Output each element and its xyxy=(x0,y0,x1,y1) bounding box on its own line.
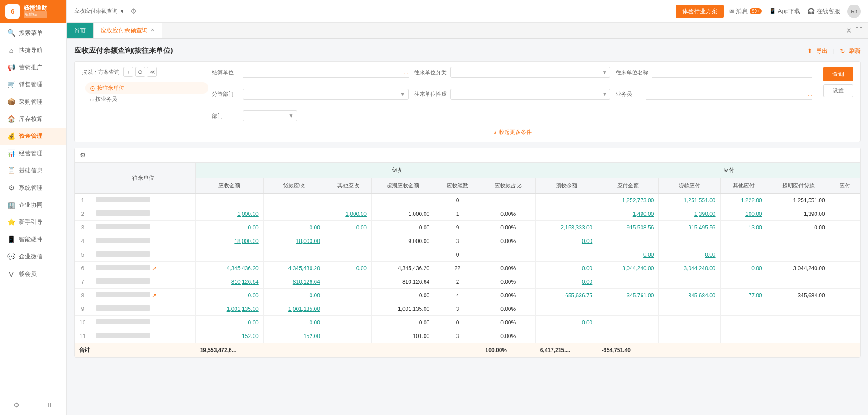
department-arrow[interactable]: ▼ xyxy=(288,113,294,119)
sidebar-item-enterprise[interactable]: 🏢企业协同 xyxy=(0,196,66,214)
row-ap-amount: 1,252,773.00 xyxy=(597,194,659,207)
row-ar-ratio: 0.00% xyxy=(481,207,536,221)
sidebar-item-operations[interactable]: 📊经营管理 xyxy=(0,145,66,162)
row-other-ap xyxy=(720,248,767,262)
collapse-btn[interactable]: ∧ 收起更多条件 xyxy=(212,129,812,136)
row-other-ap: 100.00 xyxy=(720,207,767,221)
sidebar-item-wechat[interactable]: 💬企业微信 xyxy=(0,248,66,265)
sidebar-label-system: 系统管理 xyxy=(19,184,42,192)
row-loan-ap: 345,684.00 xyxy=(659,289,720,302)
row-ap-amount: 915,508.56 xyxy=(597,221,659,234)
sidebar-item-search[interactable]: 🔍搜索菜单 xyxy=(0,24,66,42)
sidebar-settings-btn[interactable]: ⚙ xyxy=(11,399,22,411)
row-loan-ar: 0.00 xyxy=(263,289,325,302)
sidebar-collapse-btn[interactable]: ⏸ xyxy=(44,399,56,411)
table-row: 9 1,001,135.00 1,001,135.00 1,001,135.00… xyxy=(75,302,860,316)
sidebar-item-smart[interactable]: 📱智能硬件 xyxy=(0,231,66,248)
query-button[interactable]: 查询 xyxy=(823,67,853,81)
th-ap-amount: 应付金额 xyxy=(597,178,659,194)
tab-close-window-btn[interactable]: ✕ xyxy=(846,26,852,35)
counterpart-name-input[interactable] xyxy=(652,67,812,78)
row-idx: 7 xyxy=(75,275,91,289)
row-loan-ap: 3,044,240.00 xyxy=(659,262,720,275)
th-overdue-ap: 超期应付贷款 xyxy=(767,178,830,194)
promo-button[interactable]: 体验行业方案 xyxy=(676,5,724,18)
method-by-unit[interactable]: ⊙ 按往来单位 xyxy=(85,82,208,94)
topbar-settings-icon[interactable]: ⚙ xyxy=(130,7,137,15)
tab-arbalance[interactable]: 应收应付余额查询 ✕ xyxy=(94,23,162,38)
sidebar-item-sales[interactable]: 🛒销售管理 xyxy=(0,76,66,93)
edit-method-btn[interactable]: ⊙ xyxy=(135,67,145,77)
collapse-method-btn[interactable]: ≪ xyxy=(147,67,157,77)
row-ap-amount xyxy=(597,302,659,316)
tab-home[interactable]: 首页 xyxy=(67,23,94,38)
sidebar-label-purchase: 采购管理 xyxy=(19,98,42,106)
counterpart-nature-arrow[interactable]: ▼ xyxy=(602,91,607,97)
row-loan-ar: 0.00 xyxy=(263,221,325,234)
tab-close-btn[interactable]: ✕ xyxy=(151,27,155,33)
user-label: Rit xyxy=(851,9,857,14)
settlement-unit-input[interactable] xyxy=(243,67,404,77)
tab-maximize-btn[interactable]: ⛶ xyxy=(855,27,863,35)
sidebar-item-basic[interactable]: 📋基础信息 xyxy=(0,162,66,179)
sidebar-item-member[interactable]: V畅会员 xyxy=(0,265,66,282)
sidebar-bottom: ⚙ ⏸ xyxy=(0,395,66,415)
add-method-btn[interactable]: ＋ xyxy=(123,67,133,77)
export-label[interactable]: 导出 xyxy=(816,47,828,55)
counterpart-category-arrow[interactable]: ▼ xyxy=(602,69,607,76)
sidebar-icon-search: 🔍 xyxy=(7,29,15,37)
row-loan-ar xyxy=(263,207,325,221)
row-other-ar xyxy=(325,302,371,316)
search-method-bar: 按以下方案查询 ＋ ⊙ ≪ xyxy=(82,67,208,77)
method-by-salesperson[interactable]: ○ 按业务员 xyxy=(85,94,208,105)
table-footer-row: 合计 19,553,472,6... 100.00% 6,417,215....… xyxy=(75,343,860,358)
breadcrumb-text: 应收应付余额查询 xyxy=(74,7,118,15)
page-header: 应收应付余额查询(按往来单位) ⬆ 导出 | ↻ 刷新 xyxy=(74,46,861,56)
table-container: 往来单位 应收 应付 应收金额 贷款应收 其他应收 超期应收金额 应收笔数 应收… xyxy=(75,163,860,357)
online-service-action[interactable]: 🎧 在线客服 xyxy=(807,7,840,15)
logo-text: 畅捷通财 xyxy=(24,5,47,12)
row-ar-amount xyxy=(196,248,264,262)
sidebar-item-purchase[interactable]: 📦采购管理 xyxy=(0,93,66,110)
app-download-action[interactable]: 📱 App下载 xyxy=(769,7,800,15)
search-method-label: 按以下方案查询 xyxy=(82,68,120,76)
table-row: 8 ↗ 0.00 0.00 0.00 4 0.00% 655,636.75 34… xyxy=(75,289,860,302)
method-by-salesperson-icon: ○ xyxy=(90,96,94,103)
footer-loan-ar xyxy=(263,343,325,358)
salesperson-more[interactable]: … xyxy=(807,91,812,97)
row-loan-ap xyxy=(659,234,720,248)
field-department: 部门 ▼ xyxy=(212,110,297,121)
sidebar-item-quicknav[interactable]: ⌂快捷导航 xyxy=(0,42,66,59)
sidebar-item-system[interactable]: ⚙系统管理 xyxy=(0,179,66,196)
setting-button[interactable]: 设置 xyxy=(823,84,853,97)
settlement-unit-more[interactable]: … xyxy=(404,70,409,75)
refresh-icon: ↻ xyxy=(840,48,845,55)
sidebar-icon-smart: 📱 xyxy=(7,235,15,243)
row-loan-ap xyxy=(659,316,720,329)
sidebar-item-inventory[interactable]: 🏠库存核算 xyxy=(0,110,66,128)
sidebar-item-marketing[interactable]: 📢营销推广 xyxy=(0,59,66,76)
messages-action[interactable]: ✉ 消息 99+ xyxy=(729,7,762,15)
collapse-icon: ∧ xyxy=(493,129,497,136)
row-other-ar: 0.00 xyxy=(325,262,371,275)
refresh-label[interactable]: 刷新 xyxy=(849,47,861,55)
sidebar-label-search: 搜索菜单 xyxy=(19,29,42,37)
row-advance-balance: 0.00 xyxy=(536,275,597,289)
search-row-1: 结算单位 … 往来单位分类 xyxy=(212,67,812,78)
method-by-salesperson-label: 按业务员 xyxy=(95,95,117,103)
row-other-ar xyxy=(325,316,371,329)
settlement-unit-label: 结算单位 xyxy=(212,69,239,76)
user-avatar[interactable]: Rit xyxy=(847,5,861,18)
table-settings-icon[interactable]: ⚙ xyxy=(80,152,86,159)
row-ap-extra xyxy=(830,275,860,289)
salesperson-input[interactable] xyxy=(646,89,807,99)
row-unit xyxy=(91,329,196,343)
th-loan-ap: 贷款应付 xyxy=(659,178,720,194)
online-service-label: 在线客服 xyxy=(816,7,840,15)
dept-in-charge-arrow[interactable]: ▼ xyxy=(400,91,406,97)
th-other-ap: 其他应付 xyxy=(720,178,767,194)
sidebar-item-guide[interactable]: ⭐新手引导 xyxy=(0,214,66,231)
row-ar-count: 1 xyxy=(434,207,481,221)
sidebar-item-capital[interactable]: 💰资金管理 xyxy=(0,128,66,145)
row-ar-count: 3 xyxy=(434,234,481,248)
